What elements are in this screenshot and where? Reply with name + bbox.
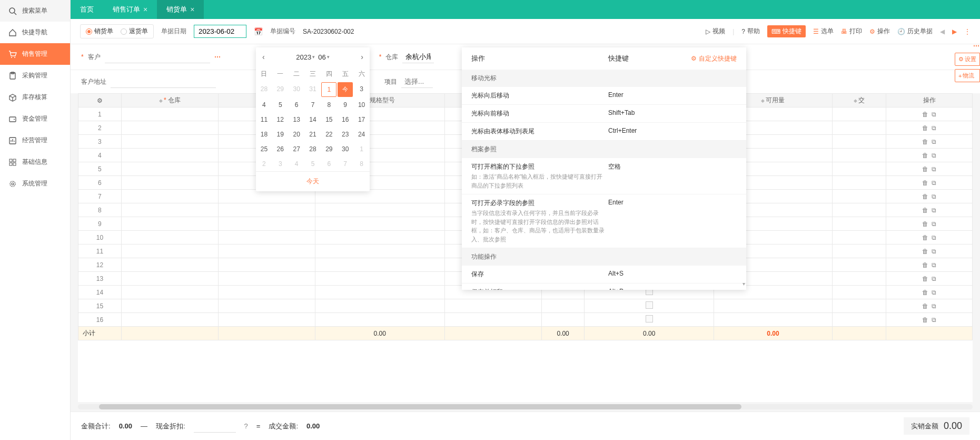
table-cell[interactable]: 🗑⧉ xyxy=(886,258,973,272)
cal-next-button[interactable]: › xyxy=(361,53,363,61)
copy-icon[interactable]: ⧉ xyxy=(932,138,936,145)
table-cell[interactable] xyxy=(121,135,218,149)
calendar-icon[interactable]: 📅 xyxy=(254,27,263,36)
sidebar-item-purchase[interactable]: 采购管理 xyxy=(0,65,70,86)
table-cell[interactable] xyxy=(218,245,315,258)
discount-input[interactable] xyxy=(194,420,236,433)
table-cell[interactable] xyxy=(315,217,444,231)
delete-icon[interactable]: 🗑 xyxy=(922,234,928,241)
cal-day[interactable]: 4 xyxy=(256,98,272,112)
delete-icon[interactable]: 🗑 xyxy=(922,316,928,324)
table-cell[interactable]: 🗑⧉ xyxy=(886,217,973,231)
cal-day-prev[interactable]: 30 xyxy=(289,82,304,97)
table-cell[interactable]: 🗑⧉ xyxy=(886,231,973,245)
table-cell[interactable] xyxy=(832,231,886,245)
sidebar-item-inventory[interactable]: 库存核算 xyxy=(0,86,70,108)
table-cell[interactable] xyxy=(832,121,886,135)
sidebar-item-funds[interactable]: 资金管理 xyxy=(0,108,70,130)
delete-icon[interactable]: 🗑 xyxy=(922,248,928,255)
cal-day[interactable]: 21 xyxy=(305,128,321,141)
cal-day-next[interactable]: 2 xyxy=(256,157,272,171)
cal-day[interactable]: 18 xyxy=(256,128,272,141)
delete-icon[interactable]: 🗑 xyxy=(922,179,928,187)
table-row[interactable]: 16🗑⧉ xyxy=(78,313,973,327)
table-cell[interactable] xyxy=(315,190,444,203)
copy-icon[interactable]: ⧉ xyxy=(932,152,936,159)
table-cell[interactable]: 🗑⧉ xyxy=(886,245,973,258)
table-cell[interactable] xyxy=(585,313,714,327)
gift-checkbox[interactable] xyxy=(646,301,653,309)
table-cell[interactable]: 🗑⧉ xyxy=(886,121,973,135)
chevron-right-icon[interactable]: ▶ xyxy=(952,28,957,35)
cal-day[interactable]: 今 xyxy=(338,82,353,97)
sidebar-item-quicknav[interactable]: 快捷导航 xyxy=(0,22,70,43)
cal-day[interactable]: 12 xyxy=(273,113,288,126)
delete-icon[interactable]: 🗑 xyxy=(922,302,928,310)
table-cell[interactable] xyxy=(121,299,218,313)
table-cell[interactable]: 🗑⧉ xyxy=(886,176,973,190)
pick-button[interactable]: ☰选单 xyxy=(813,27,834,36)
custom-hotkey-button[interactable]: ⚙自定义快捷键 xyxy=(691,54,737,63)
table-cell[interactable] xyxy=(832,162,886,176)
cal-day-prev[interactable]: 28 xyxy=(256,82,272,97)
table-cell[interactable] xyxy=(121,149,218,162)
cal-day[interactable]: 14 xyxy=(305,113,321,126)
settings-button[interactable]: ⚙设置 xyxy=(955,53,980,66)
cal-day[interactable]: 5 xyxy=(273,98,288,112)
table-cell[interactable] xyxy=(315,245,444,258)
gift-checkbox[interactable] xyxy=(646,315,653,322)
table-cell[interactable] xyxy=(315,313,444,327)
table-cell[interactable]: 🗑⧉ xyxy=(886,299,973,313)
table-cell[interactable]: 🗑⧉ xyxy=(886,272,973,286)
cal-day-next[interactable]: 8 xyxy=(354,157,369,171)
more-button[interactable]: ⋯ xyxy=(973,42,980,50)
cal-month-select[interactable]: 06▾ xyxy=(318,53,329,61)
table-cell[interactable] xyxy=(714,299,832,313)
table-cell[interactable] xyxy=(444,299,541,313)
table-cell[interactable]: 8 xyxy=(78,203,122,217)
table-cell[interactable]: 🗑⧉ xyxy=(886,107,973,121)
table-cell[interactable] xyxy=(121,107,218,121)
cal-day[interactable]: 13 xyxy=(289,113,304,126)
copy-icon[interactable]: ⧉ xyxy=(932,111,936,118)
table-cell[interactable]: 6 xyxy=(78,176,122,190)
table-cell[interactable] xyxy=(121,272,218,286)
print-button[interactable]: 🖶打印 xyxy=(841,27,862,36)
copy-icon[interactable]: ⧉ xyxy=(932,316,936,324)
table-cell[interactable] xyxy=(832,245,886,258)
col-header[interactable]: ⚙ xyxy=(78,94,122,107)
copy-icon[interactable]: ⧉ xyxy=(932,289,936,296)
delete-icon[interactable]: 🗑 xyxy=(922,193,928,200)
cal-day[interactable]: 30 xyxy=(338,142,353,156)
table-cell[interactable] xyxy=(121,203,218,217)
table-cell[interactable] xyxy=(444,313,541,327)
table-cell[interactable] xyxy=(714,313,832,327)
table-cell[interactable]: 🗑⧉ xyxy=(886,286,973,299)
date-input[interactable] xyxy=(194,25,246,38)
sidebar-item-sales[interactable]: 销售管理 xyxy=(0,43,70,65)
table-cell[interactable]: 4 xyxy=(78,149,122,162)
table-cell[interactable] xyxy=(121,286,218,299)
table-cell[interactable]: 🗑⧉ xyxy=(886,135,973,149)
copy-icon[interactable]: ⧉ xyxy=(932,261,936,269)
table-cell[interactable]: 11 xyxy=(78,245,122,258)
cal-day-next[interactable]: 5 xyxy=(305,157,321,171)
table-cell[interactable]: 🗑⧉ xyxy=(886,162,973,176)
col-header[interactable]: 操作 xyxy=(886,94,973,107)
hotkey-button[interactable]: ⌨快捷键 xyxy=(767,25,806,37)
table-cell[interactable] xyxy=(541,299,585,313)
copy-icon[interactable]: ⧉ xyxy=(932,124,936,132)
copy-icon[interactable]: ⧉ xyxy=(932,220,936,228)
tab-home[interactable]: 首页 xyxy=(71,0,103,19)
video-button[interactable]: ▷视频 xyxy=(706,27,725,36)
close-icon[interactable]: × xyxy=(190,5,194,14)
cal-day[interactable]: 16 xyxy=(338,113,353,126)
table-cell[interactable]: 13 xyxy=(78,272,122,286)
table-cell[interactable] xyxy=(121,313,218,327)
cal-day[interactable]: 29 xyxy=(321,142,336,156)
table-cell[interactable] xyxy=(315,231,444,245)
cal-today-button[interactable]: 今天 xyxy=(256,171,370,191)
delete-icon[interactable]: 🗑 xyxy=(922,138,928,145)
table-cell[interactable]: 🗑⧉ xyxy=(886,203,973,217)
table-cell[interactable] xyxy=(121,121,218,135)
